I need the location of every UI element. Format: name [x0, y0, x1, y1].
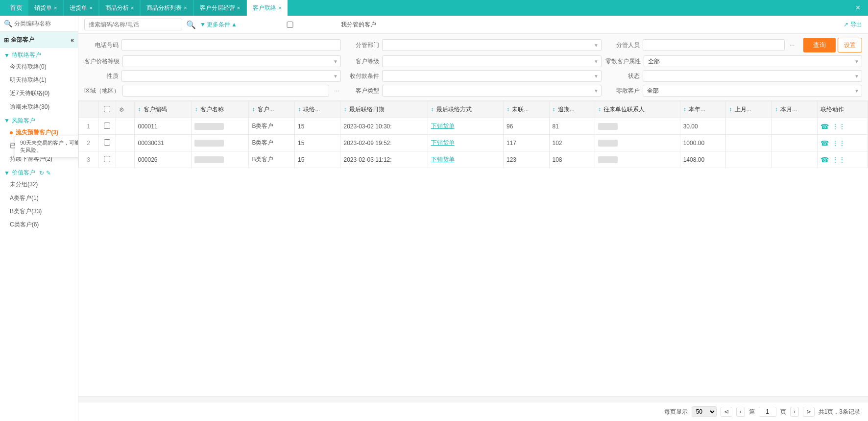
col-header-settings[interactable]: ⚙: [116, 101, 135, 118]
col-sort-uncontacted[interactable]: ↕: [506, 106, 509, 113]
col-sort-last-month[interactable]: ↕: [729, 106, 732, 113]
col-sort-last-date[interactable]: ↕: [343, 106, 346, 113]
col-header-last-method[interactable]: ↕ 最后联络方式: [428, 101, 503, 118]
first-page-button[interactable]: ⊲: [721, 407, 732, 417]
sidebar-collapse-icon[interactable]: «: [71, 37, 74, 44]
per-page-select[interactable]: 50 100: [692, 406, 717, 417]
col-header-name[interactable]: ↕ 客户名称: [192, 101, 249, 118]
sidebar-item-overdue[interactable]: 逾期未联络(30): [0, 100, 78, 114]
sidebar-section-pending[interactable]: ▼ 待联络客户: [0, 48, 78, 60]
last-page-button[interactable]: ⊳: [803, 407, 815, 417]
my-customers-filter[interactable]: 我分管的客户: [241, 21, 376, 29]
nav-tab-sales-close[interactable]: ×: [54, 0, 57, 16]
phone-input[interactable]: [121, 39, 341, 51]
ctype-select[interactable]: [382, 85, 602, 97]
col-header-this-year[interactable]: ↕ 本年...: [680, 101, 726, 118]
col-sort-code[interactable]: ↕: [138, 106, 141, 113]
col-sort-this-month[interactable]: ↕: [775, 106, 778, 113]
page-input[interactable]: [759, 407, 776, 417]
nav-tab-analysis[interactable]: 商品分析 ×: [99, 0, 140, 16]
nav-tab-analysis-close[interactable]: ×: [131, 0, 134, 16]
col-sort-name[interactable]: ↕: [194, 106, 197, 113]
payment-select[interactable]: [382, 70, 602, 82]
nav-tab-analysis-list-close[interactable]: ×: [184, 0, 187, 16]
col-header-last-date[interactable]: ↕ 最后联络日期: [340, 101, 428, 118]
next-page-button[interactable]: ›: [790, 407, 799, 417]
nav-tab-customer-tier[interactable]: 客户分层经营 ×: [194, 0, 246, 16]
row-check[interactable]: [98, 118, 116, 135]
row-last-method-link[interactable]: 下销货单: [431, 123, 455, 129]
contact-icon[interactable]: ☎: [820, 156, 829, 164]
col-header-unit-contact[interactable]: ↕ 往来单位联系人: [595, 101, 680, 118]
nav-tab-customer-contact[interactable]: 客户联络 ×: [247, 0, 287, 16]
col-sort-contact[interactable]: ↕: [298, 106, 301, 113]
row-checkbox[interactable]: [104, 123, 110, 129]
table-settings-icon[interactable]: ⚙: [119, 106, 124, 113]
col-header-overdue[interactable]: ↕ 逾期...: [549, 101, 595, 118]
more-actions-icon[interactable]: ⋮⋮: [832, 156, 845, 164]
zero-attr-select[interactable]: 全部: [644, 55, 862, 67]
prev-page-button[interactable]: ‹: [736, 407, 745, 417]
sidebar-section-value[interactable]: ▼ 价值客户 ↻ ✎: [0, 166, 78, 178]
sidebar-item-class-c[interactable]: C类客户(6): [0, 218, 78, 231]
query-button[interactable]: 查询: [803, 38, 836, 52]
row-last-method-link[interactable]: 下销货单: [431, 156, 455, 163]
grade-select[interactable]: [382, 55, 602, 67]
select-all-checkbox[interactable]: [104, 106, 110, 112]
sidebar-item-today[interactable]: 今天待联络(0): [0, 60, 78, 74]
status-select[interactable]: [643, 70, 862, 82]
col-sort-last-method[interactable]: ↕: [431, 106, 434, 113]
row-check[interactable]: [98, 151, 116, 168]
col-header-code[interactable]: ↕ 客户编码: [135, 101, 192, 118]
more-actions-icon[interactable]: ⋮⋮: [832, 139, 845, 147]
window-close-button[interactable]: ×: [852, 3, 864, 12]
nav-home[interactable]: 首页: [4, 0, 28, 16]
nav-tab-sales[interactable]: 销货单 ×: [28, 0, 63, 16]
nav-tab-customer-tier-close[interactable]: ×: [237, 0, 240, 16]
col-sort-type[interactable]: ↕: [252, 106, 255, 113]
more-conditions-button[interactable]: ▼ 更多条件 ▲: [200, 21, 237, 29]
settings-button[interactable]: 设置: [838, 38, 862, 52]
region-more-btn[interactable]: ···: [332, 87, 341, 94]
sidebar-item-tomorrow[interactable]: 明天待联络(1): [0, 74, 78, 87]
value-edit-icon[interactable]: ✎: [46, 170, 51, 176]
col-sort-unit-contact[interactable]: ↕: [598, 106, 601, 113]
region-input[interactable]: [122, 85, 329, 97]
col-header-this-month[interactable]: ↕ 本月...: [772, 101, 818, 118]
row-checkbox[interactable]: [104, 139, 110, 146]
person-more-btn[interactable]: ···: [788, 42, 796, 49]
sidebar-section-risk[interactable]: ▼ 风险客户: [0, 114, 78, 126]
search-button[interactable]: 🔍: [186, 20, 196, 29]
col-header-type[interactable]: ↕ 客户...: [249, 101, 295, 118]
more-actions-icon[interactable]: ⋮⋮: [832, 123, 845, 130]
col-header-uncontacted[interactable]: ↕ 未联...: [503, 101, 549, 118]
row-last-method-link[interactable]: 下销货单: [431, 139, 455, 146]
zero-cust-select[interactable]: 全部: [643, 85, 862, 97]
sidebar-item-week[interactable]: 近7天待联络(0): [0, 87, 78, 100]
col-sort-this-year[interactable]: ↕: [683, 106, 686, 113]
contact-icon[interactable]: ☎: [820, 123, 829, 130]
row-checkbox[interactable]: [104, 156, 110, 162]
value-refresh-icon[interactable]: ↻: [39, 170, 44, 176]
nav-tab-analysis-list[interactable]: 商品分析列表 ×: [141, 0, 193, 16]
nav-tab-purchase-close[interactable]: ×: [89, 0, 92, 16]
my-customers-checkbox[interactable]: [241, 22, 339, 28]
col-header-contact[interactable]: ↕ 联络...: [294, 101, 340, 118]
sidebar-all-customers[interactable]: ⊞ 全部客户 «: [0, 32, 78, 48]
sidebar-item-ungrouped[interactable]: 未分组(32): [0, 178, 78, 191]
search-input[interactable]: [84, 19, 182, 30]
sidebar-search-input[interactable]: [14, 20, 78, 27]
contact-icon[interactable]: ☎: [820, 139, 829, 147]
price-level-select[interactable]: [122, 55, 341, 67]
nav-tab-customer-contact-close[interactable]: ×: [278, 0, 281, 16]
sidebar-item-class-a[interactable]: A类客户(1): [0, 192, 78, 205]
person-input[interactable]: [643, 39, 785, 51]
row-check[interactable]: [98, 135, 116, 151]
horizontal-scrollbar[interactable]: [78, 396, 868, 402]
nav-tab-purchase[interactable]: 进货单 ×: [64, 0, 98, 16]
export-button[interactable]: ↗ 导出: [844, 21, 862, 29]
sidebar-item-class-b[interactable]: B类客户(33): [0, 205, 78, 218]
nature-select[interactable]: [121, 70, 341, 82]
col-sort-overdue[interactable]: ↕: [553, 106, 555, 113]
col-header-last-month[interactable]: ↕ 上月...: [726, 101, 772, 118]
